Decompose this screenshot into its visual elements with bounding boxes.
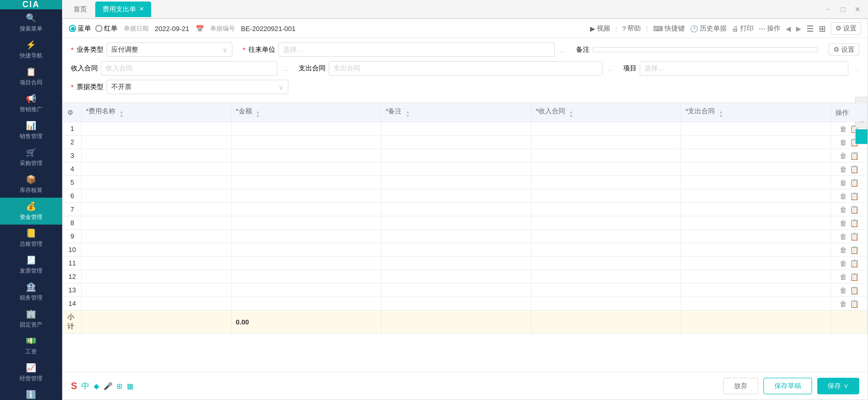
video-btn[interactable]: ▶ 视频: [590, 24, 610, 33]
amount-cell[interactable]: [231, 136, 381, 149]
delete-icon[interactable]: 🗑: [840, 300, 847, 308]
remark-cell[interactable]: [381, 189, 532, 203]
sidebar-item-capital[interactable]: 💰 资金管理: [0, 198, 62, 225]
remark-cell[interactable]: [381, 284, 532, 297]
expense-contract-input[interactable]: 支出合同: [329, 61, 602, 76]
expense-name-cell[interactable]: [82, 243, 232, 257]
amount-cell[interactable]: [231, 162, 381, 176]
income-contract-cell[interactable]: [531, 297, 681, 310]
remark-input[interactable]: [593, 47, 818, 52]
expense-name-cell[interactable]: [82, 149, 232, 162]
th-expense-contract[interactable]: *支出合同 ▲▼: [681, 103, 831, 122]
remark-cell[interactable]: [381, 122, 532, 136]
print-btn[interactable]: 🖨 打印: [732, 24, 754, 33]
copy-icon[interactable]: 📋: [850, 179, 859, 187]
footer-icon-mic[interactable]: 🎤: [104, 382, 112, 390]
copy-icon[interactable]: 📋: [850, 286, 859, 294]
remark-cell[interactable]: [381, 203, 532, 216]
remark-cell[interactable]: [381, 243, 532, 257]
sidebar-item-basic-info[interactable]: ℹ️ 基础信息: [0, 386, 62, 400]
th-income-contract[interactable]: *收入合同 ▲▼: [531, 103, 681, 122]
delete-icon[interactable]: 🗑: [840, 138, 847, 146]
expense-name-cell[interactable]: [82, 270, 232, 284]
income-contract-cell[interactable]: [531, 284, 681, 297]
th-expense-name[interactable]: *费用名称 ▲▼: [82, 103, 232, 122]
expense-name-cell[interactable]: [82, 136, 232, 149]
view-list-btn[interactable]: ☰: [806, 24, 814, 34]
expense-name-cell[interactable]: [82, 297, 232, 310]
settings-button[interactable]: ⚙ 设置: [831, 22, 861, 35]
save-button[interactable]: 保存 ∨: [817, 378, 859, 394]
income-contract-input[interactable]: 收入合同: [101, 61, 277, 76]
expense-name-cell[interactable]: [82, 284, 232, 297]
footer-icon-zh[interactable]: 中: [81, 381, 90, 392]
delete-icon[interactable]: 🗑: [840, 125, 847, 133]
amount-cell[interactable]: [231, 257, 381, 270]
amount-cell[interactable]: [231, 270, 381, 284]
expense-contract-cell[interactable]: [681, 189, 831, 203]
delete-icon[interactable]: 🗑: [840, 152, 847, 160]
delete-icon[interactable]: 🗑: [840, 246, 847, 254]
copy-icon[interactable]: 📋: [850, 205, 859, 214]
footer-icon-grid1[interactable]: ⊞: [116, 382, 123, 390]
window-close-btn[interactable]: ✕: [851, 4, 864, 14]
expense-name-cell[interactable]: [82, 257, 232, 270]
amount-cell[interactable]: [231, 122, 381, 136]
expense-name-cell[interactable]: [82, 189, 232, 203]
income-contract-cell[interactable]: [531, 136, 681, 149]
remark-cell[interactable]: [381, 149, 532, 162]
partner-dots[interactable]: ...: [560, 46, 566, 54]
expense-name-cell[interactable]: [82, 230, 232, 243]
footer-icon-diamond[interactable]: ◆: [94, 382, 99, 390]
tab-close-icon[interactable]: ✕: [139, 6, 144, 12]
remark-cell[interactable]: [381, 270, 532, 284]
view-grid-btn[interactable]: ⊞: [819, 24, 826, 34]
expense-name-cell[interactable]: [82, 162, 232, 176]
amount-cell[interactable]: [231, 243, 381, 257]
sidebar-item-payroll[interactable]: 💵 工资: [0, 332, 62, 359]
expense-contract-cell[interactable]: [681, 203, 831, 216]
income-contract-cell[interactable]: [531, 149, 681, 162]
remark-cell[interactable]: [381, 257, 532, 270]
copy-icon[interactable]: 📋: [850, 232, 859, 241]
tab-home[interactable]: 首页: [66, 2, 94, 17]
income-contract-cell[interactable]: [531, 203, 681, 216]
footer-icon-grid2[interactable]: ▦: [127, 382, 134, 390]
operations-btn[interactable]: ⋯ 操作: [759, 24, 781, 33]
help-btn[interactable]: ? 帮助: [622, 24, 641, 33]
expense-contract-cell[interactable]: [681, 176, 831, 189]
delete-icon[interactable]: 🗑: [840, 273, 847, 281]
window-restore-btn[interactable]: □: [838, 4, 848, 14]
amount-cell[interactable]: [231, 297, 381, 310]
radio-red[interactable]: 红单: [95, 24, 117, 33]
sidebar-item-fixed-assets[interactable]: 🏢 固定资产: [0, 305, 62, 332]
sidebar-item-purchase[interactable]: 🛒 采购管理: [0, 144, 62, 171]
income-contract-cell[interactable]: [531, 257, 681, 270]
project-input[interactable]: 选择...: [640, 61, 848, 76]
amount-cell[interactable]: [231, 284, 381, 297]
expense-contract-cell[interactable]: [681, 284, 831, 297]
expense-contract-dots[interactable]: ...: [608, 65, 613, 72]
nav-next-btn[interactable]: ▶: [796, 25, 801, 33]
delete-icon[interactable]: 🗑: [840, 205, 847, 214]
sidebar-item-quick-nav[interactable]: ⚡ 快捷导航: [0, 36, 62, 63]
amount-cell[interactable]: [231, 149, 381, 162]
save-draft-button[interactable]: 保存草稿: [763, 378, 812, 394]
sidebar-item-tax[interactable]: 🏦 税务管理: [0, 278, 62, 305]
expense-name-cell[interactable]: [82, 122, 232, 136]
discard-button[interactable]: 放弃: [723, 378, 758, 394]
delete-icon[interactable]: 🗑: [840, 192, 847, 200]
copy-icon[interactable]: 📋: [850, 259, 859, 268]
tab-expense[interactable]: 费用支出单 ✕: [95, 2, 151, 17]
th-amount[interactable]: *金额 ▲▼: [231, 103, 381, 122]
expense-contract-cell[interactable]: [681, 270, 831, 284]
expense-name-cell[interactable]: [82, 203, 232, 216]
expense-name-cell[interactable]: [82, 216, 232, 230]
remark-cell[interactable]: [381, 136, 532, 149]
amount-cell[interactable]: [231, 176, 381, 189]
delete-icon[interactable]: 🗑: [840, 259, 847, 268]
delete-icon[interactable]: 🗑: [840, 165, 847, 173]
amount-cell[interactable]: [231, 189, 381, 203]
expense-contract-cell[interactable]: [681, 122, 831, 136]
delete-icon[interactable]: 🗑: [840, 286, 847, 294]
